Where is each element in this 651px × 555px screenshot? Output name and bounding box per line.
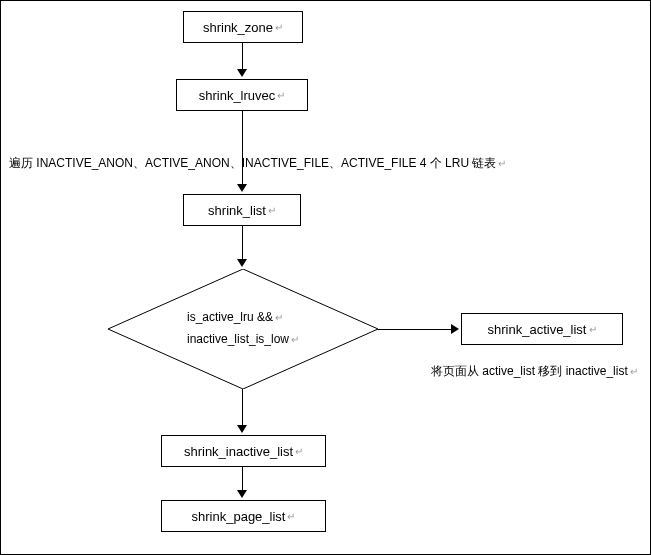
arrow: [242, 467, 243, 492]
arrow: [242, 389, 243, 427]
node-label: shrink_list: [208, 203, 266, 218]
node-shrink-inactive-list: shrink_inactive_list↵: [161, 435, 326, 467]
arrow: [242, 226, 243, 261]
node-decision: is_active_lru &&↵ inactive_list_is_low↵: [108, 269, 378, 389]
node-shrink-page-list: shrink_page_list↵: [161, 500, 326, 532]
para-mark: ↵: [589, 324, 597, 335]
arrow: [378, 329, 453, 330]
annotation-move-page: 将页面从 active_list 移到 inactive_list↵: [431, 363, 638, 380]
para-mark: ↵: [268, 205, 276, 216]
para-mark: ↵: [630, 366, 638, 377]
annotation-text: 遍历 INACTIVE_ANON、ACTIVE_ANON、INACTIVE_FI…: [9, 156, 496, 170]
node-shrink-lruvec: shrink_lruvec↵: [176, 79, 308, 111]
arrowhead: [237, 490, 247, 498]
node-shrink-list: shrink_list↵: [183, 194, 301, 226]
arrowhead: [237, 259, 247, 267]
arrowhead: [237, 184, 247, 192]
node-shrink-active-list: shrink_active_list↵: [461, 313, 623, 345]
para-mark: ↵: [295, 446, 303, 457]
annotation-text: 将页面从 active_list 移到 inactive_list: [431, 364, 628, 378]
flowchart-canvas: shrink_zone↵ shrink_lruvec↵ 遍历 INACTIVE_…: [0, 0, 651, 555]
para-mark: ↵: [275, 312, 283, 323]
node-label: shrink_inactive_list: [184, 444, 293, 459]
arrow: [242, 111, 243, 186]
para-mark: ↵: [291, 334, 299, 345]
para-mark: ↵: [287, 511, 295, 522]
arrow: [242, 43, 243, 71]
node-label: shrink_lruvec: [199, 88, 276, 103]
annotation-traverse: 遍历 INACTIVE_ANON、ACTIVE_ANON、INACTIVE_FI…: [9, 155, 506, 172]
decision-line1: is_active_lru &&: [187, 310, 273, 324]
decision-line2: inactive_list_is_low: [187, 332, 289, 346]
para-mark: ↵: [277, 90, 285, 101]
arrowhead: [237, 425, 247, 433]
node-label: shrink_page_list: [192, 509, 286, 524]
arrowhead: [237, 69, 247, 77]
arrowhead: [451, 324, 459, 334]
node-shrink-zone: shrink_zone↵: [183, 11, 303, 43]
node-label: shrink_active_list: [488, 322, 587, 337]
node-label: shrink_zone: [203, 20, 273, 35]
para-mark: ↵: [275, 22, 283, 33]
decision-content: is_active_lru &&↵ inactive_list_is_low↵: [187, 307, 299, 350]
para-mark: ↵: [498, 158, 506, 169]
